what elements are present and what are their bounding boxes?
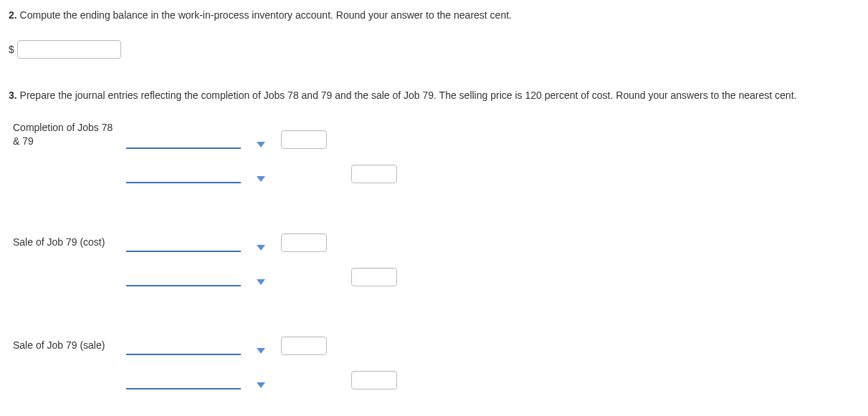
chevron-down-icon [257,245,265,251]
entry-label-sale-cost: Sale of Job 79 (cost) [13,236,113,250]
account-select-2a[interactable] [126,236,241,252]
debit-cell-2a [281,233,338,252]
question-2-text: 2. Compute the ending balance in the wor… [9,7,859,23]
dollar-sign: $ [9,44,14,55]
debit-input-3a[interactable] [281,337,327,355]
credit-cell-1b [351,165,409,183]
credit-input-2b[interactable] [351,268,397,286]
dropdown-caret-3b[interactable] [254,382,268,390]
journal-entries: Completion of Jobs 78 & 79 Sale of Job 7… [9,121,859,390]
question-3-body: Prepare the journal entries reflecting t… [20,90,797,101]
debit-input-2a[interactable] [281,233,327,252]
separator-2 [13,302,409,321]
account-select-3a[interactable] [126,339,241,355]
question-2: 2. Compute the ending balance in the wor… [9,7,859,59]
credit-cell-2b [351,268,409,286]
credit-input-1b[interactable] [351,165,397,183]
question-3: 3. Prepare the journal entries reflectin… [9,87,859,390]
dropdown-caret-1b[interactable] [254,176,268,183]
dropdown-caret-2b[interactable] [254,279,268,286]
credit-input-3b[interactable] [351,371,397,390]
ending-balance-input[interactable] [17,40,121,59]
account-select-2b[interactable] [126,271,241,286]
debit-cell-1a [281,130,338,149]
chevron-down-icon [257,142,265,147]
entry-label-sale-sale: Sale of Job 79 (sale) [13,339,113,353]
answer-input-row: $ [9,40,859,59]
dropdown-caret-2a[interactable] [254,245,268,252]
account-select-1b[interactable] [126,168,241,183]
chevron-down-icon [257,279,265,285]
question-2-number: 2. [9,9,17,21]
question-2-body: Compute the ending balance in the work-i… [20,9,512,21]
dropdown-caret-3a[interactable] [254,348,268,355]
debit-cell-3a [281,337,338,355]
chevron-down-icon [257,348,265,354]
chevron-down-icon [257,176,265,182]
entry-label-completion: Completion of Jobs 78 & 79 [13,121,113,149]
credit-cell-3b [351,371,409,390]
chevron-down-icon [257,382,265,388]
debit-input-1a[interactable] [281,130,327,149]
account-select-1a[interactable] [126,133,241,149]
dropdown-caret-1a[interactable] [254,142,268,149]
separator-1 [13,199,409,218]
journal-grid: Completion of Jobs 78 & 79 Sale of Job 7… [13,121,859,390]
account-select-3b[interactable] [126,374,241,390]
question-3-number: 3. [9,90,17,101]
question-3-text: 3. Prepare the journal entries reflectin… [9,87,859,103]
